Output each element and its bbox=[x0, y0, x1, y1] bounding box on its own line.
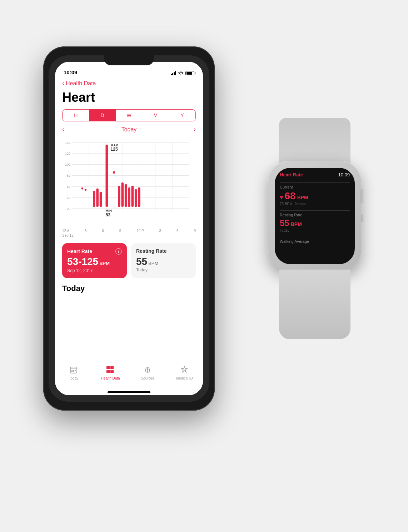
iphone: 10:09 bbox=[43, 46, 215, 411]
tab-sources[interactable]: Sources bbox=[129, 365, 166, 380]
tab-medical-id[interactable]: Medical ID bbox=[166, 365, 203, 380]
svg-rect-23 bbox=[93, 191, 95, 207]
svg-rect-36 bbox=[138, 187, 140, 207]
x-label-3: 3 bbox=[85, 229, 87, 233]
watch-time: 10:09 bbox=[338, 172, 350, 177]
home-indicator bbox=[108, 391, 150, 393]
heart-rate-value: 53-125 bbox=[67, 257, 98, 267]
screen-content: ‹ Health Data Heart H D W M Y bbox=[55, 77, 203, 395]
svg-point-21 bbox=[81, 187, 83, 190]
apple-watch: Heart Rate 10:09 Current ♥ 68 BPM 75 BPM… bbox=[258, 139, 372, 311]
heart-rate-subtitle: Sep 12, 2017 bbox=[67, 268, 122, 273]
sources-tab-label: Sources bbox=[141, 376, 154, 380]
svg-rect-48 bbox=[106, 370, 110, 373]
tab-today[interactable]: Today bbox=[55, 365, 92, 380]
svg-rect-43 bbox=[75, 370, 76, 371]
period-btn-H[interactable]: H bbox=[63, 110, 89, 121]
svg-text:140: 140 bbox=[65, 141, 71, 145]
health-data-tab-label: Health Data bbox=[101, 376, 120, 380]
watch-resting-unit: BPM bbox=[291, 221, 302, 227]
spacer bbox=[55, 295, 203, 362]
svg-text:53: 53 bbox=[106, 212, 111, 217]
resting-rate-card[interactable]: Resting Rate 55 BPM Today bbox=[131, 243, 196, 278]
battery-icon bbox=[185, 71, 194, 75]
watch-band-bottom bbox=[279, 270, 350, 339]
back-chevron-icon: ‹ bbox=[62, 80, 64, 87]
svg-rect-49 bbox=[110, 370, 114, 373]
watch-current-label: Current bbox=[280, 185, 350, 189]
svg-rect-46 bbox=[106, 366, 110, 369]
x-label-12a: 12 A bbox=[62, 229, 69, 233]
resting-rate-value: 55 bbox=[136, 256, 147, 267]
info-icon[interactable]: i bbox=[115, 248, 122, 255]
next-date-arrow[interactable]: › bbox=[194, 126, 196, 133]
svg-rect-44 bbox=[71, 371, 73, 372]
x-label-6pm: 6 bbox=[176, 229, 179, 233]
status-time: 10:09 bbox=[64, 69, 77, 75]
watch-divider-2 bbox=[280, 210, 350, 211]
signal-bars-icon bbox=[171, 71, 176, 75]
watch-resting-section: Resting Rate 55 BPM Today bbox=[280, 213, 350, 232]
heart-rate-unit: BPM bbox=[99, 261, 110, 266]
iphone-inner: 10:09 bbox=[49, 55, 209, 402]
heart-rate-chart: 140 120 100 80 60 40 20 bbox=[62, 136, 196, 229]
watch-resting-value: 55 bbox=[280, 218, 289, 228]
svg-rect-35 bbox=[135, 189, 137, 207]
watch-resting-sub: Today bbox=[280, 229, 350, 232]
today-section-title: Today bbox=[55, 281, 203, 295]
today-tab-label: Today bbox=[69, 376, 78, 380]
svg-rect-45 bbox=[73, 371, 74, 372]
watch-band-top bbox=[279, 118, 350, 166]
watch-crown bbox=[360, 189, 364, 204]
resting-rate-subtitle: Today bbox=[136, 267, 191, 272]
status-icons bbox=[171, 71, 194, 75]
svg-text:120: 120 bbox=[65, 152, 71, 155]
watch-walking-label: Walking Average bbox=[280, 239, 350, 244]
svg-text:125: 125 bbox=[111, 147, 118, 152]
scene: 10:09 bbox=[25, 25, 383, 507]
notch bbox=[104, 55, 154, 65]
x-label-6: 6 bbox=[102, 229, 104, 233]
svg-rect-32 bbox=[125, 184, 127, 207]
period-btn-Y[interactable]: Y bbox=[169, 110, 195, 121]
period-btn-M[interactable]: M bbox=[142, 110, 169, 121]
svg-rect-25 bbox=[100, 192, 102, 207]
heart-rate-card[interactable]: Heart Rate i 53-125 BPM Sep 12, 2017 bbox=[62, 243, 127, 278]
watch-header: Heart Rate 10:09 bbox=[280, 172, 350, 177]
period-btn-D[interactable]: D bbox=[89, 110, 115, 121]
tab-health-data[interactable]: Health Data bbox=[92, 365, 129, 380]
svg-point-22 bbox=[85, 189, 87, 191]
svg-rect-26 bbox=[106, 145, 108, 207]
date-nav: ‹ Today › bbox=[55, 124, 203, 136]
svg-text:20: 20 bbox=[67, 207, 70, 211]
chart-date-label: Sep 12 bbox=[55, 234, 203, 240]
x-label-12p: 12 P bbox=[136, 229, 144, 233]
watch-heart-icon: ♥ bbox=[280, 194, 283, 201]
time-period-selector[interactable]: H D W M Y bbox=[62, 109, 196, 121]
watch-side-button bbox=[361, 214, 364, 222]
period-btn-W[interactable]: W bbox=[116, 110, 142, 121]
svg-rect-33 bbox=[128, 187, 130, 207]
svg-rect-41 bbox=[71, 370, 73, 371]
svg-rect-42 bbox=[73, 370, 74, 371]
svg-point-29 bbox=[113, 171, 115, 174]
svg-rect-24 bbox=[96, 189, 99, 207]
watch-screen: Heart Rate 10:09 Current ♥ 68 BPM 75 BPM… bbox=[275, 168, 355, 264]
svg-rect-30 bbox=[118, 186, 120, 207]
current-date-label: Today bbox=[121, 126, 137, 133]
prev-date-arrow[interactable]: ‹ bbox=[62, 126, 64, 133]
tab-bar: Today H bbox=[55, 362, 203, 391]
watch-current-unit: BPM bbox=[297, 195, 308, 200]
watch-resting-value-row: 55 BPM bbox=[280, 218, 350, 228]
nav-back[interactable]: ‹ Health Data bbox=[55, 77, 203, 89]
svg-text:40: 40 bbox=[67, 196, 70, 200]
metric-cards: Heart Rate i 53-125 BPM Sep 12, 2017 bbox=[55, 240, 203, 281]
svg-text:80: 80 bbox=[67, 174, 70, 177]
watch-current-section: Current ♥ 68 BPM 75 BPM, 2m ago bbox=[280, 185, 350, 206]
watch-resting-label: Resting Rate bbox=[280, 213, 350, 217]
page-title: Heart bbox=[55, 89, 203, 109]
watch-current-value-row: ♥ 68 BPM bbox=[280, 190, 350, 202]
svg-text:MIN: MIN bbox=[106, 209, 112, 212]
watch-divider-1 bbox=[280, 182, 350, 183]
resting-rate-unit: BPM bbox=[148, 261, 158, 266]
